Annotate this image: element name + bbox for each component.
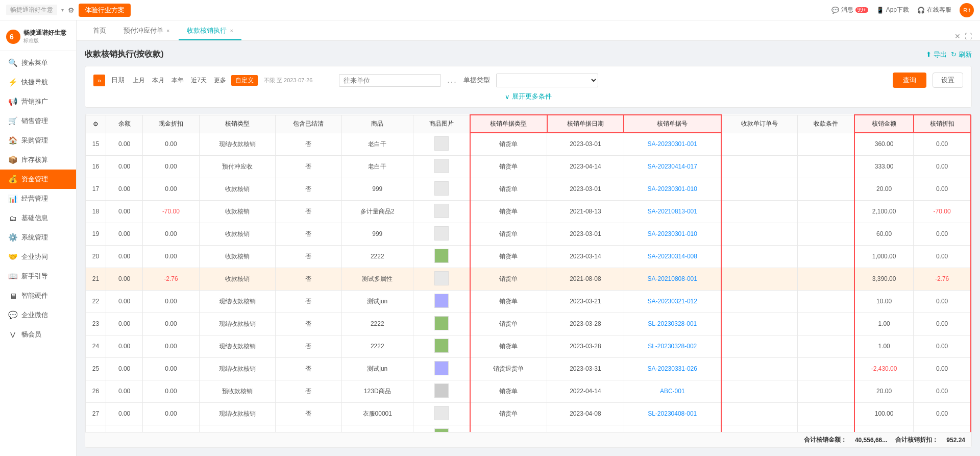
sidebar-item-purchase[interactable]: 🏠 采购管理 [0,131,76,150]
tab-receipt[interactable]: 收款核销执行 × [179,22,241,40]
cell-bill-no[interactable]: SL-20230418-001 [624,425,721,432]
cell-bill-no[interactable]: SA-20230314-008 [624,245,721,268]
query-btn[interactable]: 查询 [893,73,926,88]
sidebar-item-search[interactable]: 🔍 搜索菜单 [0,53,76,73]
cell-goods: 2222 [341,425,413,432]
partner-input[interactable] [339,74,441,87]
cell-bill-no[interactable]: SA-20230301-010 [624,223,721,245]
col-gear[interactable]: ⚙ [86,115,106,133]
industry-btn[interactable]: 体验行业方案 [79,4,131,17]
bill-no-link[interactable]: ABC-001 [660,388,685,395]
cell-bill-no[interactable]: SA-20230301-001 [624,133,721,155]
bill-no-link[interactable]: SL-20230328-002 [648,343,697,350]
gear-settings-icon[interactable]: ⚙ [93,121,99,128]
settings-icon[interactable]: ⚙ [68,6,75,14]
table-row[interactable]: 17 0.00 0.00 收款核销 否 999 销货单 2023-03-01 S… [86,178,971,200]
cell-bill-no[interactable]: SA-20230301-010 [624,178,721,200]
table-scroll[interactable]: ⚙ 余额 现金折扣 核销类型 包含已结清 商品 商品图片 核销单据类型 核销单据… [85,114,971,432]
tab-receipt-close-icon[interactable]: × [230,28,233,34]
cell-receipt-cond [798,425,854,432]
bill-no-link[interactable]: SA-20230314-008 [648,253,697,260]
sidebar-item-sales[interactable]: 🛒 销售管理 [0,111,76,131]
table-row[interactable]: 21 0.00 -2.76 收款核销 否 测试多属性 销货单 2021-08-0… [86,268,971,290]
cell-receipt-order [721,268,798,290]
hardware-icon: 🖥 [8,292,17,300]
partner-dots-icon[interactable]: ... [447,76,457,85]
more-btn[interactable]: 更多 [212,75,228,86]
table-row[interactable]: 16 0.00 0.00 预付冲应收 否 老白干 销货单 2023-04-14 … [86,155,971,178]
filter-settings-btn[interactable]: 设置 [933,73,963,88]
cell-bill-date: 2023-03-01 [547,223,624,245]
bill-no-link[interactable]: SA-20210813-001 [648,208,697,215]
bill-type-select[interactable] [496,74,598,87]
table-row[interactable]: 26 0.00 0.00 预收款核销 否 123D商品 销货单 2022-04-… [86,380,971,402]
cell-bill-no[interactable]: ABC-001 [624,380,721,402]
cell-bill-no[interactable]: SL-20230328-001 [624,313,721,335]
table-row[interactable]: 24 0.00 0.00 现结收款核销 否 2222 销货单 2023-03-2… [86,335,971,357]
cell-bill-no[interactable]: SA-20210813-001 [624,200,721,223]
table-row[interactable]: 28 0.00 0.00 现结收款核销 否 2222 销货单 2023-04-1… [86,425,971,432]
tab-fullscreen-btn[interactable]: ⛶ [965,32,972,40]
sidebar-item-member[interactable]: V 畅会员 [0,325,76,344]
sidebar-item-hardware[interactable]: 🖥 智能硬件 [0,286,76,305]
sidebar-item-wechat[interactable]: 💬 企业微信 [0,305,76,325]
table-row[interactable]: 25 0.00 0.00 现结收款核销 否 测试jun 销货退货单 2023-0… [86,357,971,380]
sidebar-item-inventory[interactable]: 📦 库存核算 [0,150,76,170]
table-row[interactable]: 20 0.00 0.00 收款核销 否 2222 销货单 2023-03-14 … [86,245,971,268]
table-row[interactable]: 15 0.00 0.00 现结收款核销 否 老白干 销货单 2023-03-01… [86,133,971,155]
sidebar-item-system[interactable]: ⚙️ 系统管理 [0,228,76,247]
sidebar-item-operations[interactable]: 📊 经营管理 [0,189,76,208]
table-row[interactable]: 27 0.00 0.00 现结收款核销 否 衣服00001 销货单 2023-0… [86,402,971,425]
cell-bill-no[interactable]: SA-20210808-001 [624,268,721,290]
cell-bill-no[interactable]: SL-20230408-001 [624,402,721,425]
cell-discount: 0.00 [914,425,971,432]
last-month-btn[interactable]: 上月 [131,75,147,86]
table-row[interactable]: 23 0.00 0.00 现结收款核销 否 2222 销货单 2023-03-2… [86,313,971,335]
bill-no-link[interactable]: SA-20230414-017 [648,163,697,170]
bill-no-link[interactable]: SA-20210808-001 [648,275,697,282]
dropdown-arrow-icon[interactable]: ▾ [61,7,64,13]
export-btn[interactable]: ⬆ 导出 [926,50,947,59]
sidebar-item-guide[interactable]: 📖 新手引导 [0,267,76,286]
cell-balance: 0.00 [106,245,143,268]
bill-no-link[interactable]: SL-20230408-001 [648,410,697,417]
tab-prepay-close-icon[interactable]: × [166,28,169,34]
col-amount: 核销金额 [854,115,914,133]
inventory-icon: 📦 [8,155,17,164]
sidebar-item-collab[interactable]: 🤝 企业协同 [0,247,76,267]
online-service-btn[interactable]: 🎧 在线客服 [917,6,951,14]
collapse-btn[interactable]: » [93,75,105,86]
cell-bill-no[interactable]: SA-20230321-012 [624,290,721,313]
this-month-btn[interactable]: 本月 [150,75,166,86]
bill-no-link[interactable]: SA-20230301-010 [648,230,697,237]
bill-no-link[interactable]: SL-20230328-001 [648,320,697,327]
cell-balance: 0.00 [106,380,143,402]
table-row[interactable]: 22 0.00 0.00 现结收款核销 否 测试jun 销货单 2023-03-… [86,290,971,313]
this-year-btn[interactable]: 本年 [169,75,186,86]
cell-bill-no[interactable]: SL-20230328-002 [624,335,721,357]
sidebar-item-finance[interactable]: 💰 资金管理 [0,170,76,189]
cell-bill-no[interactable]: SA-20230414-017 [624,155,721,178]
sidebar-item-marketing[interactable]: 📢 营销推广 [0,92,76,111]
bill-no-link[interactable]: SA-20230301-010 [648,185,697,193]
page-header: 收款核销执行(按收款) ⬆ 导出 ↻ 刷新 [85,49,972,60]
table-row[interactable]: 18 0.00 -70.00 收款核销 否 多计量商品2 销货单 2021-08… [86,200,971,223]
tab-prepay[interactable]: 预付冲应付单 × [115,22,178,40]
tab-home[interactable]: 首页 [85,22,114,40]
refresh-btn[interactable]: ↻ 刷新 [951,50,972,59]
table-row[interactable]: 19 0.00 0.00 收款核销 否 999 销货单 2023-03-01 S… [86,223,971,245]
user-avatar[interactable]: Rit [960,3,974,17]
cell-bill-no[interactable]: SA-20230331-026 [624,357,721,380]
message-label: 消息 [841,6,853,14]
bill-no-link[interactable]: SA-20230321-012 [648,298,697,305]
tab-close-btn[interactable]: ✕ [954,32,961,40]
last-7-btn[interactable]: 近7天 [189,75,209,86]
app-download-btn[interactable]: 📱 App下载 [876,6,909,14]
sidebar-item-basic[interactable]: 🗂 基础信息 [0,208,76,228]
sidebar-item-quicknav[interactable]: ⚡ 快捷导航 [0,73,76,92]
message-btn[interactable]: 💬 消息 99+ [831,6,868,14]
bill-no-link[interactable]: SA-20230301-001 [648,140,697,148]
custom-btn[interactable]: 自定义 [231,75,258,86]
bill-no-link[interactable]: SA-20230331-026 [648,365,697,372]
expand-btn[interactable]: ∨ 展开更多条件 [505,92,552,101]
